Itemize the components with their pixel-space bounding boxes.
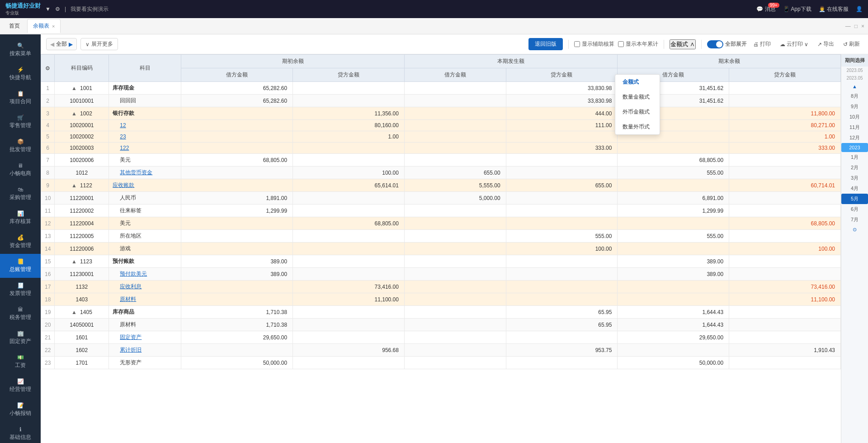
period-month-3[interactable]: 3月 <box>841 173 868 183</box>
search-arrow-right[interactable]: ▶ <box>69 41 73 48</box>
cloud-print-btn[interactable]: ☁ 云打印 ∨ <box>777 38 811 50</box>
table-row[interactable]: 15▲ 1123预付账款389.00389.00 <box>41 255 841 268</box>
table-row[interactable]: 610020003122333.00333.00 <box>41 143 841 154</box>
period-month-2[interactable]: 2月 <box>841 162 868 173</box>
sidebar-item-ledger[interactable]: 📒 总账管理 <box>0 254 41 278</box>
table-row[interactable]: 710020006美元68,805.0068,805.00 <box>41 154 841 167</box>
table-row[interactable]: 1111220002往来标签1,299.991,299.99 <box>41 205 841 217</box>
demo-link[interactable]: 我要看实例演示 <box>71 5 108 13</box>
table-row[interactable]: 1311220005所在地区555.00555.00 <box>41 230 841 243</box>
period-month-11[interactable]: 11月 <box>841 122 868 133</box>
table-row[interactable]: 221602累计折旧956.68953.751,910.43 <box>41 344 841 357</box>
row-name[interactable]: 应收利息 <box>109 281 181 293</box>
table-row[interactable]: 210010001回回回65,282.6033,830.9831,451.62 <box>41 95 841 107</box>
period-month-1[interactable]: 1月 <box>841 152 868 162</box>
topbar-gear-icon[interactable]: ⚙ <box>55 6 60 12</box>
sidebar-item-wholesale[interactable]: 📦 批发管理 <box>0 134 41 158</box>
table-row[interactable]: 4100200011280,160.00111.0080,271.00 <box>41 120 841 131</box>
sidebar-item-baseinfo[interactable]: ℹ 基础信息 <box>0 422 41 443</box>
table-area[interactable]: ⚙ 科目编码 科目 期初余额 本期发生额 期末余额 借方金额 贷方金额 借方金额… <box>41 54 841 443</box>
table-row[interactable]: 1011220001人民币1,891.005,000.006,891.00 <box>41 192 841 205</box>
table-row[interactable]: 19▲ 1405库存商品1,710.3865.951,644.43 <box>41 306 841 319</box>
sidebar-item-tax[interactable]: 🏛 税务管理 <box>0 302 41 326</box>
period-month-5[interactable]: 5月 <box>841 194 868 204</box>
switch-control[interactable] <box>707 40 723 48</box>
period-nav-down[interactable]: ⊙ <box>841 225 868 234</box>
user-avatar[interactable]: 👤 <box>856 6 863 12</box>
table-row[interactable]: 2014050001原材料1,710.3865.951,644.43 <box>41 319 841 331</box>
tab-yueebiao[interactable]: 余额表 × <box>27 19 61 33</box>
dropdown-item-jine[interactable]: 金额式 <box>615 75 660 90</box>
table-row[interactable]: 181403原材料11,100.0011,100.00 <box>41 293 841 306</box>
yearly-total-input[interactable] <box>618 41 624 47</box>
table-row[interactable]: 81012其他货币资金100.00655.00555.00 <box>41 167 841 179</box>
window-close[interactable]: × <box>861 23 864 29</box>
row-name[interactable]: 原材料 <box>109 293 181 306</box>
sidebar-item-payroll[interactable]: 💵 工资 <box>0 350 41 374</box>
yearly-total-checkbox[interactable]: 显示本年累计 <box>618 40 658 48</box>
sidebar-item-fixedasset[interactable]: 🏢 固定资产 <box>0 326 41 350</box>
topbar-divider: | <box>65 6 66 12</box>
table-row[interactable]: 510020002231.001.00 <box>41 131 841 143</box>
period-month-7[interactable]: 7月 <box>841 214 868 225</box>
row-name[interactable]: 122 <box>109 143 181 154</box>
search-arrow-left[interactable]: ◀ <box>50 41 54 48</box>
table-row[interactable]: 171132应收利息73,416.0073,416.00 <box>41 281 841 293</box>
export-btn[interactable]: ↗ 导出 <box>815 38 837 50</box>
table-row[interactable]: 3▲ 1002银行存款11,356.00444.0011,800.00 <box>41 107 841 120</box>
table-row[interactable]: 231701无形资产50,000.0050,000.00 <box>41 357 841 369</box>
sidebar-item-quicknav[interactable]: ⚡ 快捷导航 <box>0 62 41 86</box>
sidebar-item-reimbursement[interactable]: 📝 小畅报销 <box>0 398 41 422</box>
message-badge[interactable]: 💬 消息 99+ <box>756 5 775 13</box>
sidebar-item-purchase[interactable]: 🛍 采购管理 <box>0 182 41 206</box>
table-row[interactable]: 1611230001预付款美元389.00389.00 <box>41 268 841 281</box>
table-row[interactable]: 1411220006游戏100.00100.00 <box>41 243 841 255</box>
table-row[interactable]: 1211220004美元68,805.0068,805.00 <box>41 217 841 230</box>
sidebar-item-retail[interactable]: 🛒 零售管理 <box>0 110 41 134</box>
window-minimize[interactable]: — <box>845 23 851 29</box>
row-name[interactable]: 23 <box>109 131 181 143</box>
tab-home[interactable]: 首页 <box>4 19 25 33</box>
row-name[interactable]: 固定资产 <box>109 331 181 344</box>
sidebar-item-search[interactable]: 🔍 搜索菜单 <box>0 38 41 62</box>
period-month-12[interactable]: 12月 <box>841 133 868 143</box>
sidebar-item-operations[interactable]: 📈 经营管理 <box>0 374 41 398</box>
sidebar-item-ecommerce[interactable]: 🖥 小畅电商 <box>0 158 41 182</box>
period-month-8[interactable]: 8月 <box>841 91 868 101</box>
aux-accounting-checkbox[interactable]: 显示辅助核算 <box>574 40 614 48</box>
table-row[interactable]: 211601固定资产29,650.0029,650.00 <box>41 331 841 344</box>
row-name[interactable]: 其他货币资金 <box>109 167 181 179</box>
dropdown-item-waibi-jine[interactable]: 外币金额式 <box>615 105 660 119</box>
app-download[interactable]: 📱 App下载 <box>783 5 811 13</box>
col-settings-header[interactable]: ⚙ <box>41 55 55 82</box>
back-old-version-btn[interactable]: 退回旧版 <box>528 38 563 50</box>
expand-more-btn[interactable]: ∨ 展开更多 <box>80 38 118 50</box>
logo-dropdown[interactable]: ▼ <box>45 6 51 12</box>
period-month-9[interactable]: 9月 <box>841 101 868 112</box>
dropdown-item-shuliang-waibi[interactable]: 数量外币式 <box>615 119 660 134</box>
row-name[interactable]: 预付款美元 <box>109 268 181 281</box>
dropdown-item-shuliang-jine[interactable]: 数量金额式 <box>615 90 660 105</box>
period-nav-up[interactable]: ▲ <box>841 82 868 91</box>
sidebar-item-project[interactable]: 📋 项目合同 <box>0 86 41 110</box>
expand-toggle[interactable]: 全部展开 <box>707 40 747 48</box>
print-btn[interactable]: 🖨 打印 <box>750 38 774 50</box>
jineishi-btn[interactable]: 金额式 ∧ <box>670 39 696 49</box>
tab-close-icon[interactable]: × <box>52 24 55 29</box>
aux-accounting-input[interactable] <box>574 41 580 47</box>
period-month-4[interactable]: 4月 <box>841 183 868 194</box>
period-year-2023[interactable]: 2023 <box>841 143 868 152</box>
period-month-10[interactable]: 10月 <box>841 112 868 122</box>
window-maximize[interactable]: □ <box>854 23 858 29</box>
sidebar-item-invoice[interactable]: 🧾 发票管理 <box>0 278 41 302</box>
refresh-btn[interactable]: ↺ 刷新 <box>840 38 863 50</box>
sidebar-item-inventory[interactable]: 📊 库存核算 <box>0 206 41 230</box>
online-service[interactable]: 👨‍💼 在线客服 <box>819 5 849 13</box>
row-name[interactable]: 应收账款 <box>109 179 181 192</box>
row-name[interactable]: 12 <box>109 120 181 131</box>
row-name[interactable]: 累计折旧 <box>109 344 181 357</box>
table-row[interactable]: 1▲ 1001库存现金65,282.6033,830.9831,451.62 <box>41 82 841 95</box>
table-row[interactable]: 9▲ 1122应收账款65,614.015,555.00655.0060,714… <box>41 179 841 192</box>
period-month-6[interactable]: 6月 <box>841 204 868 214</box>
sidebar-item-finance[interactable]: 💰 资金管理 <box>0 230 41 254</box>
